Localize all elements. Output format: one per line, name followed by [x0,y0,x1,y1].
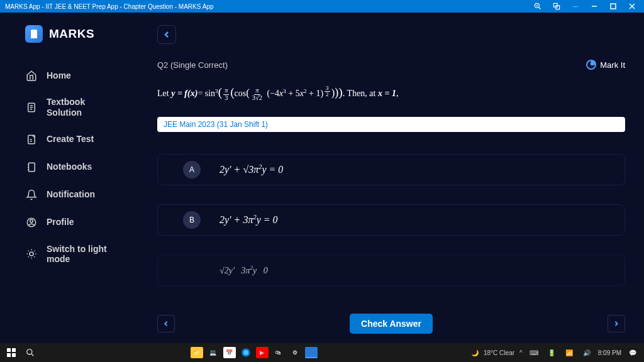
question-text: Let y = f(x)= sin3⁠(π3(cos(π3√2 (−4x3 + … [157,85,625,101]
home-icon [25,69,38,82]
weather-icon[interactable]: 🌙 [471,349,479,356]
textbook-icon [25,101,38,114]
wifi-icon[interactable]: 📶 [563,346,575,359]
next-button[interactable] [608,315,625,332]
option-b[interactable]: B 2y′ + 3π2y = 0 [157,204,625,236]
weather-text[interactable]: 18°C Clear [484,349,514,356]
sidebar-item-label: Notification [47,189,95,200]
zoom-icon[interactable] [533,2,542,11]
option-c[interactable]: √2y′ 3π2y 0 [157,255,625,286]
volume-icon[interactable]: 🔊 [580,346,593,359]
svg-rect-32 [7,348,11,352]
mark-it-icon [586,60,596,70]
search-taskbar-icon[interactable] [24,346,36,359]
sidebar-item-label: Switch to light mode [47,244,122,265]
taskbar-app-settings[interactable]: ⚙ [289,347,301,358]
start-icon[interactable] [5,346,18,359]
window-titlebar: MARKS App - IIT JEE & NEET Prep App - Ch… [0,0,644,13]
option-letter: A [183,161,201,178]
sidebar-item-label: Home [47,70,71,81]
chevron-up-icon[interactable]: ^ [519,349,523,356]
options-list: A 2y′ + √3π2y = 0 B 2y′ + 3π2y = 0 √2y′ … [157,154,625,286]
prev-button[interactable] [157,315,175,332]
mark-it-label: Mark It [600,60,625,70]
logo-icon [25,25,43,43]
svg-rect-35 [12,353,16,357]
minimize-icon[interactable] [590,2,599,11]
sidebar: MARKS Home Textbook Solution Create Test… [0,13,145,343]
more-icon[interactable]: ··· [571,2,580,11]
option-c-math: √2y′ 3π2y 0 [219,265,268,276]
window-title: MARKS App - IIT JEE & NEET Prep App - Ch… [5,3,213,10]
screen-icon[interactable] [552,2,561,11]
close-icon[interactable] [628,2,636,11]
svg-line-26 [28,251,29,251]
svg-line-27 [34,257,35,258]
mark-it-button[interactable]: Mark It [586,60,625,70]
bottom-bar: Check Answer [157,307,625,343]
svg-line-31 [34,251,35,251]
content-area: Q2 (Single Correct) Mark It Let y = f(x)… [145,13,644,343]
sidebar-item-notebooks[interactable]: Notebooks [25,153,145,181]
sidebar-item-textbook[interactable]: Textbook Solution [25,89,145,126]
maximize-icon[interactable] [609,2,618,11]
question-title: Q2 (Single Correct) [157,60,228,70]
taskbar-app-2[interactable]: 💻 [207,347,219,358]
svg-rect-33 [12,348,16,352]
create-test-icon [25,133,38,146]
sidebar-item-label: Create Test [47,134,94,145]
sidebar-item-profile[interactable]: Profile [25,209,145,236]
taskbar-app-files[interactable]: 📁 [191,347,203,358]
taskbar-app-3[interactable]: 📅 [223,347,236,358]
notification-icon [25,189,38,201]
svg-rect-34 [7,353,11,357]
option-letter: B [183,211,201,229]
sidebar-item-label: Profile [47,217,74,228]
taskbar-app-marks[interactable] [305,347,318,358]
sun-icon [25,248,38,260]
back-button[interactable] [157,25,176,44]
logo[interactable]: MARKS [25,25,145,43]
exam-tag: JEE Main 2023 (31 Jan Shift 1) [157,117,625,132]
svg-line-30 [28,257,29,258]
logo-text: MARKS [49,27,94,41]
svg-point-23 [30,252,33,256]
svg-point-22 [30,219,33,222]
question-header: Q2 (Single Correct) Mark It [157,60,625,70]
sidebar-item-label: Notebooks [47,162,92,172]
svg-point-39 [243,350,248,355]
notebooks-icon [25,161,38,173]
sidebar-item-theme[interactable]: Switch to light mode [25,236,145,273]
svg-line-1 [539,8,541,9]
option-a-math: 2y′ + √3π2y = 0 [219,163,283,175]
notifications-taskbar-icon[interactable]: 💬 [626,346,639,359]
svg-rect-17 [29,163,35,172]
svg-point-36 [27,349,32,354]
sidebar-item-create-test[interactable]: Create Test [25,126,145,153]
option-a[interactable]: A 2y′ + √3π2y = 0 [157,154,625,185]
sidebar-item-notification[interactable]: Notification [25,181,145,209]
taskbar-app-youtube[interactable]: ▶ [256,347,269,358]
taskbar-app-store[interactable]: 🛍 [272,347,285,358]
option-b-math: 2y′ + 3π2y = 0 [219,214,278,226]
window-controls: ··· [533,2,644,11]
sidebar-item-home[interactable]: Home [25,62,145,89]
taskbar-app-edge[interactable] [240,347,252,358]
battery-icon[interactable]: 🔋 [545,346,558,359]
check-answer-button[interactable]: Check Answer [350,314,433,334]
keyboard-icon[interactable]: ⌨ [528,346,540,359]
sidebar-item-label: Textbook Solution [47,97,122,118]
svg-line-37 [31,354,33,356]
taskbar: 📁 💻 📅 ▶ 🛍 ⚙ 🌙 18°C Clear ^ ⌨ 🔋 📶 🔊 8:09 … [0,343,644,362]
time-text[interactable]: 8:09 PM [598,349,621,356]
profile-icon [25,216,38,229]
svg-rect-7 [611,4,616,9]
